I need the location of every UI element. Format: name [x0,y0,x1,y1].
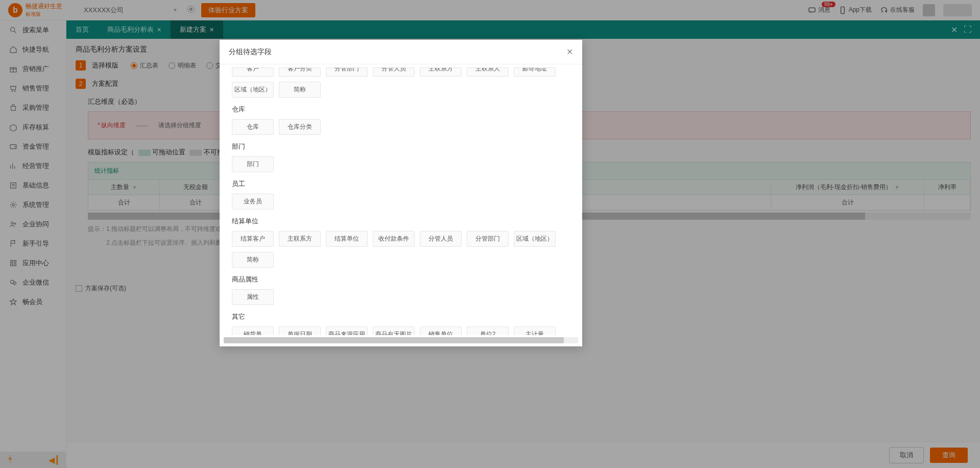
group-attr: 商品属性 属性 [232,275,570,305]
field-chip[interactable]: 收付款条件 [373,231,415,247]
field-chip[interactable]: 单据日期 [279,326,321,335]
field-chip[interactable]: 区域（地区） [232,82,274,98]
modal-header: 分组待选字段 ✕ [220,40,582,64]
field-chip[interactable]: 结算客户 [232,231,274,247]
field-chip[interactable]: 简称 [232,252,274,268]
field-chip[interactable]: 属性 [232,289,274,305]
close-icon[interactable]: ✕ [566,47,573,57]
field-chip[interactable]: 分管部门 [467,231,509,247]
modal-h-scrollbar[interactable] [224,337,578,343]
field-chip[interactable]: 仓库 [232,119,274,135]
group-other: 其它 销货单 单据日期 商品来源应用 商品有无图片 销售单位 单位2 主计量 制… [232,312,570,335]
group-warehouse: 仓库 仓库 仓库分类 [232,105,570,135]
modal-title: 分组待选字段 [229,48,272,57]
field-chip[interactable]: 业务员 [232,194,274,209]
field-chip[interactable]: 主联系人 [467,67,509,77]
group-department: 部门 部门 [232,142,570,172]
field-chip[interactable]: 区域（地区） [514,231,556,247]
chip-row: 区域（地区） 简称 [232,82,570,98]
group-staff: 员工 业务员 [232,179,570,209]
field-chip[interactable]: 主计量 [514,326,556,335]
field-chip[interactable]: 客户 [232,67,274,77]
partial-row: 客户 客户分类 分管部门 分管人员 主联系方 主联系人 邮寄地址 [232,67,570,77]
field-chip[interactable]: 仓库分类 [279,119,321,135]
group-settle: 结算单位 结算客户 主联系方 结算单位 收付款条件 分管人员 分管部门 区域（地… [232,217,570,268]
field-chip[interactable]: 部门 [232,156,274,172]
field-chip[interactable]: 结算单位 [326,231,368,247]
field-chip[interactable]: 商品有无图片 [373,326,415,335]
field-chip[interactable]: 销货单 [232,326,274,335]
modal-body: 客户 客户分类 分管部门 分管人员 主联系方 主联系人 邮寄地址 区域（地区） … [220,64,582,335]
field-chip[interactable]: 分管人员 [420,231,462,247]
field-chip[interactable]: 邮寄地址 [514,67,556,77]
field-chip[interactable]: 销售单位 [420,326,462,335]
field-chip[interactable]: 主联系方 [420,67,462,77]
field-chip[interactable]: 商品来源应用 [326,326,368,335]
field-chip[interactable]: 分管人员 [373,67,415,77]
field-chip[interactable]: 单位2 [467,326,509,335]
field-chip[interactable]: 分管部门 [326,67,368,77]
field-chip[interactable]: 主联系方 [279,231,321,247]
field-chip[interactable]: 简称 [279,82,321,98]
group-fields-modal: 分组待选字段 ✕ 客户 客户分类 分管部门 分管人员 主联系方 主联系人 邮寄地… [220,40,582,346]
field-chip[interactable]: 客户分类 [279,67,321,77]
